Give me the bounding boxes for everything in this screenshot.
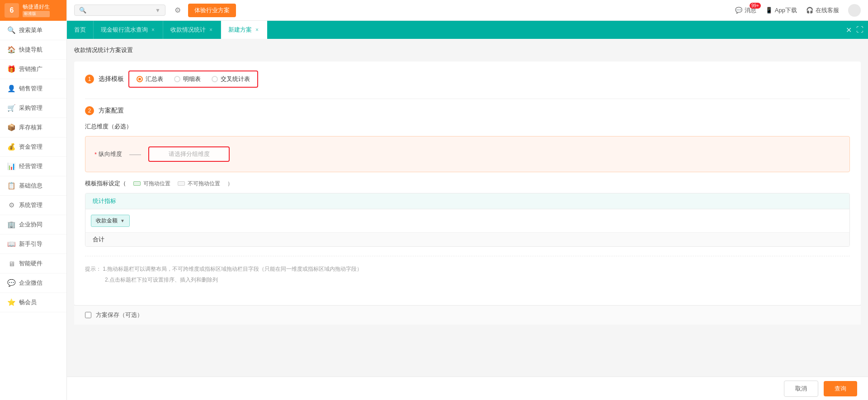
template-options: 汇总表 明细表 交叉统计表 bbox=[128, 71, 258, 88]
step1-header: 1 选择模板 汇总表 明细表 bbox=[85, 71, 850, 88]
clipboard-icon: 📋 bbox=[7, 182, 15, 190]
tab-new-plan-close[interactable]: × bbox=[255, 27, 259, 33]
sidebar-item-basic[interactable]: 📋 基础信息 bbox=[0, 176, 66, 196]
topbar: 🔍 ▼ ⚙ 体验行业方案 💬 消息 99+ 📱 App下载 🎧 在线客服 bbox=[67, 0, 868, 21]
radio-cross-input[interactable] bbox=[212, 76, 218, 82]
sidebar-item-label: 基础信息 bbox=[19, 182, 42, 190]
tab-new-plan[interactable]: 新建方案 × bbox=[221, 21, 267, 39]
tab-receipt[interactable]: 收款情况统计 × bbox=[163, 21, 221, 39]
tab-home[interactable]: 首页 bbox=[67, 21, 94, 39]
settings-icon[interactable]: ⚙ bbox=[175, 6, 181, 14]
tips-section: 提示： 1.拖动标题栏可以调整布局，不可跨维度或指标区域拖动栏目字段（只能在同一… bbox=[85, 256, 850, 285]
tabbar: 首页 现金银行流水查询 × 收款情况统计 × 新建方案 × ✕ ⛶ bbox=[67, 21, 868, 39]
metrics-legend: 可拖动位置 不可拖动位置 ） bbox=[133, 180, 233, 188]
sidebar: 6 畅捷通好生 标准版 🔍 搜索菜单 🏠 快捷导航 🎁 营销推广 👤 销售管理 … bbox=[0, 0, 67, 400]
metrics-category-header: 统计指标 bbox=[85, 193, 849, 209]
money-icon: 💰 bbox=[7, 143, 15, 151]
radio-detail-input[interactable] bbox=[174, 76, 180, 82]
window-maximize-icon[interactable]: ⛶ bbox=[856, 26, 863, 34]
sidebar-item-marketing[interactable]: 🎁 营销推广 bbox=[0, 60, 66, 79]
gear-icon: ⚙ bbox=[7, 201, 15, 209]
metrics-header: 模板指标设定（ 可拖动位置 不可拖动位置 bbox=[85, 179, 850, 188]
sidebar-item-operations[interactable]: 📊 经营管理 bbox=[0, 157, 66, 176]
radio-detail[interactable]: 明细表 bbox=[174, 75, 201, 83]
step1-title: 选择模板 bbox=[99, 75, 124, 83]
page-title: 收款情况统计方案设置 bbox=[74, 46, 861, 54]
sidebar-item-wechat[interactable]: 💬 企业微信 bbox=[0, 273, 66, 293]
book-icon: 📖 bbox=[7, 240, 15, 248]
download-icon: 📱 bbox=[765, 7, 773, 14]
search-input[interactable] bbox=[89, 7, 152, 14]
content-area: 收款情况统计方案设置 1 选择模板 汇总表 bbox=[67, 39, 868, 400]
sidebar-item-label: 经营管理 bbox=[19, 162, 42, 170]
user-profile[interactable] bbox=[848, 4, 861, 17]
metrics-chip-amount[interactable]: 收款金额 ▼ bbox=[91, 215, 130, 227]
dimension-section: 汇总维度（必选） * 纵向维度 —— 请选择分组维度 bbox=[85, 122, 850, 172]
service-label: 在线客服 bbox=[816, 6, 839, 14]
sidebar-item-inventory[interactable]: 📦 库存核算 bbox=[0, 118, 66, 137]
metrics-title: 模板指标设定（ bbox=[85, 179, 126, 188]
metrics-sub-total: 合计 bbox=[85, 232, 849, 246]
cart-icon: 🛒 bbox=[7, 104, 15, 112]
radio-summary-input[interactable] bbox=[137, 76, 143, 82]
save-checkbox[interactable] bbox=[85, 312, 91, 318]
main-area: 🔍 ▼ ⚙ 体验行业方案 💬 消息 99+ 📱 App下载 🎧 在线客服 bbox=[67, 0, 868, 400]
radio-cross-label: 交叉统计表 bbox=[221, 75, 250, 83]
sidebar-item-sales[interactable]: 👤 销售管理 bbox=[0, 79, 66, 99]
dimension-placeholder[interactable]: 请选择分组维度 bbox=[148, 146, 230, 162]
config-card: 1 选择模板 汇总表 明细表 bbox=[74, 61, 861, 305]
sidebar-item-label: 资金管理 bbox=[19, 143, 42, 151]
sidebar-item-label: 系统管理 bbox=[19, 201, 42, 209]
monitor-icon: 🖥 bbox=[7, 259, 15, 268]
gift-icon: 🎁 bbox=[7, 65, 15, 73]
page-wrapper: 收款情况统计方案设置 1 选择模板 汇总表 bbox=[67, 39, 868, 376]
messages-badge: 99+ bbox=[750, 3, 761, 9]
radio-cross[interactable]: 交叉统计表 bbox=[212, 75, 250, 83]
metrics-section: 模板指标设定（ 可拖动位置 不可拖动位置 bbox=[85, 179, 850, 247]
sidebar-item-hardware[interactable]: 🖥 智能硬件 bbox=[0, 254, 66, 273]
sidebar-item-system[interactable]: ⚙ 系统管理 bbox=[0, 196, 66, 215]
nodrag-indicator bbox=[178, 181, 185, 186]
dimension-required-mark: * 纵向维度 bbox=[94, 150, 122, 158]
radio-detail-label: 明细表 bbox=[183, 75, 201, 83]
message-icon: 💬 bbox=[735, 7, 742, 14]
metrics-table-area: 统计指标 收款金额 ▼ 合计 bbox=[85, 193, 850, 247]
tabbar-actions: ✕ ⛶ bbox=[841, 21, 868, 39]
sidebar-item-label: 销售管理 bbox=[19, 85, 42, 93]
tip-2: 2.点击标题栏下拉可设置排序、插入列和删除列 bbox=[85, 274, 850, 285]
dimension-area: * 纵向维度 —— 请选择分组维度 bbox=[85, 136, 850, 172]
query-button[interactable]: 查询 bbox=[824, 381, 857, 396]
sidebar-item-guide[interactable]: 📖 新手引导 bbox=[0, 235, 66, 254]
arrow-right-icon: —— bbox=[129, 151, 141, 158]
step2-title: 方案配置 bbox=[99, 107, 124, 115]
chat-icon: 💬 bbox=[7, 279, 15, 287]
legend-nodrag: 不可拖动位置 bbox=[178, 180, 220, 188]
logo: 6 畅捷通好生 标准版 bbox=[0, 0, 66, 21]
star-icon: ⭐ bbox=[7, 298, 15, 306]
building-icon: 🏢 bbox=[7, 221, 15, 229]
dimension-title: 汇总维度（必选） bbox=[85, 122, 850, 131]
tab-bank-label: 现金银行流水查询 bbox=[101, 26, 148, 34]
metrics-chips-row: 收款金额 ▼ bbox=[85, 209, 849, 232]
tab-receipt-close[interactable]: × bbox=[208, 27, 213, 33]
trial-button[interactable]: 体验行业方案 bbox=[188, 4, 236, 17]
radio-summary[interactable]: 汇总表 bbox=[137, 75, 163, 83]
cancel-button[interactable]: 取消 bbox=[784, 381, 818, 397]
sidebar-item-finance[interactable]: 💰 资金管理 bbox=[0, 137, 66, 157]
sidebar-item-member[interactable]: ⭐ 畅会员 bbox=[0, 293, 66, 312]
box-icon: 📦 bbox=[7, 123, 15, 132]
tab-bank-close[interactable]: × bbox=[151, 27, 156, 33]
sidebar-item-quick[interactable]: 🏠 快捷导航 bbox=[0, 40, 66, 60]
sidebar-item-purchase[interactable]: 🛒 采购管理 bbox=[0, 99, 66, 118]
messages-button[interactable]: 💬 消息 99+ bbox=[735, 6, 756, 14]
sidebar-item-search[interactable]: 🔍 搜索菜单 bbox=[0, 21, 66, 40]
chevron-down-icon[interactable]: ▼ bbox=[155, 7, 160, 14]
tab-bank[interactable]: 现金银行流水查询 × bbox=[94, 21, 163, 39]
window-close-icon[interactable]: ✕ bbox=[846, 26, 852, 34]
service-button[interactable]: 🎧 在线客服 bbox=[806, 6, 839, 14]
step1-num: 1 bbox=[85, 75, 94, 84]
sidebar-item-enterprise[interactable]: 🏢 企业协同 bbox=[0, 215, 66, 235]
download-button[interactable]: 📱 App下载 bbox=[765, 6, 797, 14]
topbar-search-box[interactable]: 🔍 ▼ bbox=[74, 5, 165, 16]
search-icon: 🔍 bbox=[7, 26, 15, 34]
